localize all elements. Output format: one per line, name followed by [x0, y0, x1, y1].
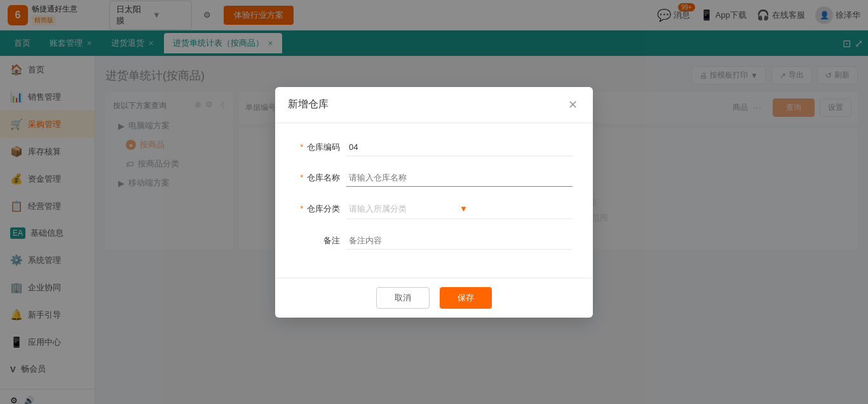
- warehouse-code-input[interactable]: [346, 138, 573, 156]
- modal-close-button[interactable]: ✕: [565, 97, 580, 112]
- warehouse-category-select[interactable]: 请输入所属分类 ▼: [346, 199, 573, 219]
- warehouse-code-label: * 仓库编码: [295, 142, 346, 153]
- add-warehouse-modal: 新增仓库 ✕ * 仓库编码 * 仓库名称: [275, 87, 593, 318]
- warehouse-name-row: * 仓库名称: [295, 169, 573, 187]
- warehouse-note-label: 备注: [295, 235, 346, 246]
- modal-overlay: 新增仓库 ✕ * 仓库编码 * 仓库名称: [0, 0, 868, 404]
- warehouse-name-input[interactable]: [346, 169, 573, 187]
- modal-footer: 取消 保存: [275, 278, 593, 318]
- cancel-button[interactable]: 取消: [376, 287, 430, 309]
- warehouse-category-placeholder: 请输入所属分类: [349, 203, 459, 215]
- warehouse-code-row: * 仓库编码: [295, 138, 573, 156]
- modal-body: * 仓库编码 * 仓库名称 * 仓库分类 请输入所属: [275, 123, 593, 278]
- warehouse-note-row: 备注: [295, 232, 573, 250]
- warehouse-category-row: * 仓库分类 请输入所属分类 ▼: [295, 199, 573, 219]
- category-dropdown-arrow: ▼: [459, 204, 570, 213]
- warehouse-note-input[interactable]: [346, 232, 573, 250]
- modal-title: 新增仓库: [288, 98, 329, 111]
- modal-header: 新增仓库 ✕: [275, 87, 593, 123]
- save-button[interactable]: 保存: [440, 287, 492, 309]
- warehouse-name-label: * 仓库名称: [295, 172, 346, 184]
- warehouse-category-label: * 仓库分类: [295, 203, 346, 215]
